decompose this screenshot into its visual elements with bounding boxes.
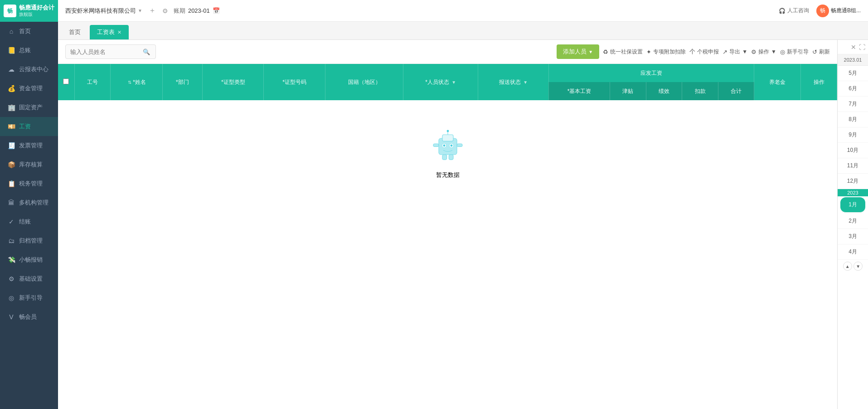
sidebar-label-vip: 畅会员 [19, 313, 37, 321]
social-security-action[interactable]: ♻ 统一社保设置 [603, 48, 643, 56]
sidebar: 畅 畅應通好会计 旗舰版 ⌂首页📒总账☁云报表中心💰资金管理🏢固定资产💴工资🧾发… [0, 0, 58, 409]
export-action[interactable]: ↗ 导出 ▼ [723, 48, 747, 56]
tab-close-icon[interactable]: ✕ [117, 29, 121, 35]
date-month-item[interactable]: 8月 [838, 112, 868, 127]
sidebar-label-tax: 税务管理 [19, 180, 43, 188]
date-panel-controls: ✕ ⛶ [838, 40, 868, 54]
period-value: 2023-01 [188, 7, 210, 14]
special-deduct-label: 专项附加扣除 [653, 48, 686, 56]
refresh-label: 刷新 [819, 48, 830, 56]
status-filter-icon[interactable]: ▼ [451, 80, 456, 85]
sidebar-item-vip[interactable]: V畅会员 [0, 307, 58, 326]
sidebar-icon-home: ⌂ [7, 28, 15, 35]
content-area: 🔍 添加人员 ▼ ♻ 统一社保设置 ✦ 专项附加扣除 [58, 40, 868, 409]
tab-home[interactable]: 首页 [62, 25, 88, 39]
date-month-item[interactable]: 3月 [838, 229, 868, 244]
sidebar-item-report[interactable]: ☁云报表中心 [0, 60, 58, 79]
username: 畅應通B组... [831, 7, 861, 15]
logo-icon: 畅 [4, 5, 16, 17]
sidebar-item-multi[interactable]: 🏛多机构管理 [0, 193, 58, 212]
th-idno: *证型号码 [264, 64, 325, 100]
operations-action[interactable]: ⚙ 操作 ▼ [751, 48, 776, 56]
th-checkbox[interactable] [58, 64, 74, 100]
panel-expand-icon[interactable]: ⛶ [859, 44, 865, 51]
svg-point-5 [450, 145, 452, 147]
sidebar-item-assets[interactable]: 🏢固定资产 [0, 98, 58, 117]
sidebar-item-ledger[interactable]: 📒总账 [0, 41, 58, 60]
support-label: 人工咨询 [787, 7, 809, 15]
sidebar-item-guide[interactable]: ◎新手引导 [0, 288, 58, 307]
company-name: 西安虾米网络科技有限公司 [65, 7, 136, 15]
th-base-salary: *基本工资 [548, 82, 610, 100]
sidebar-label-guide: 新手引导 [19, 294, 43, 302]
export-caret-icon: ▼ [742, 49, 747, 55]
date-nav-up-icon[interactable]: ▲ [843, 262, 852, 271]
toolbar-actions: 添加人员 ▼ ♻ 统一社保设置 ✦ 专项附加扣除 个 个税申报 [557, 44, 830, 59]
guide-action[interactable]: ◎ 新手引导 [780, 48, 809, 56]
chevron-down-icon: ▼ [138, 8, 142, 13]
tab-home-label: 首页 [69, 28, 81, 36]
sidebar-label-ledger: 总账 [19, 46, 31, 54]
date-month-item[interactable]: 10月 [838, 143, 868, 158]
date-nav-down-icon[interactable]: ▼ [853, 262, 863, 271]
date-month-item[interactable]: 7月 [838, 97, 868, 112]
date-month-item[interactable]: 1月 [840, 197, 865, 213]
export-label: 导出 [729, 48, 740, 56]
sidebar-item-invoice[interactable]: 🧾发票管理 [0, 136, 58, 155]
sidebar-item-inventory[interactable]: 📦库存核算 [0, 155, 58, 174]
operations-caret-icon: ▼ [771, 49, 776, 55]
company-selector[interactable]: 西安虾米网络科技有限公司 ▼ [65, 7, 142, 15]
settings-icon[interactable]: ⚙ [162, 7, 168, 15]
select-all-checkbox[interactable] [63, 78, 69, 84]
th-pension: 养老金 [754, 64, 801, 100]
sidebar-icon-funds: 💰 [7, 85, 15, 92]
refresh-action[interactable]: ↺ 刷新 [812, 48, 830, 56]
sidebar-item-archive[interactable]: 🗂归档管理 [0, 231, 58, 250]
sidebar-label-inventory: 库存核算 [19, 161, 43, 169]
report-filter-icon[interactable]: ▼ [523, 80, 528, 85]
date-month-item[interactable]: 5月 [838, 66, 868, 81]
sidebar-icon-archive: 🗂 [7, 237, 15, 244]
add-company-button[interactable]: ＋ [148, 6, 157, 15]
tab-salary-label: 工资表 [97, 28, 115, 36]
sidebar-label-assets: 固定资产 [19, 103, 43, 112]
sidebar-item-tax[interactable]: 📋税务管理 [0, 174, 58, 193]
date-month-item[interactable]: 12月 [838, 174, 868, 189]
add-person-button[interactable]: 添加人员 ▼ [557, 44, 599, 59]
th-report-status: 报送状态 ▼ [478, 64, 549, 100]
sidebar-item-salary[interactable]: 💴工资 [0, 117, 58, 136]
sidebar-label-closing: 结账 [19, 218, 31, 226]
period-label: 账期 [174, 7, 185, 15]
special-deduct-action[interactable]: ✦ 专项附加扣除 [646, 48, 686, 56]
sidebar-item-home[interactable]: ⌂首页 [0, 22, 58, 41]
date-scroll[interactable]: 5月6月7月8月9月10月11月12月20231月2月3月4月 ▲ ▼ [838, 66, 868, 409]
sidebar-item-expense[interactable]: 💸小畅报销 [0, 250, 58, 269]
sidebar-label-invoice: 发票管理 [19, 141, 43, 150]
date-panel: ✕ ⛶ 2023.01 5月6月7月8月9月10月11月12月20231月2月3… [837, 40, 868, 409]
support-button[interactable]: 🎧 人工咨询 [779, 7, 809, 15]
date-month-item[interactable]: 4月 [838, 244, 868, 260]
tab-salary-table[interactable]: 工资表 ✕ [90, 25, 129, 39]
calendar-icon[interactable]: 📅 [213, 7, 220, 14]
date-month-item[interactable]: 9月 [838, 127, 868, 143]
th-deduction: 扣款 [682, 82, 718, 100]
search-wrapper: 🔍 [65, 44, 156, 59]
svg-rect-1 [442, 135, 453, 141]
sidebar-item-settings[interactable]: ⚙基础设置 [0, 269, 58, 288]
date-nav-controls: ▲ ▼ [838, 260, 868, 273]
search-input[interactable] [70, 49, 143, 55]
sidebar-item-closing[interactable]: ✓结账 [0, 212, 58, 231]
user-menu[interactable]: 畅 畅應通B组... [816, 5, 861, 17]
date-year-badge[interactable]: 2023 [838, 189, 868, 196]
date-month-item[interactable]: 6月 [838, 81, 868, 97]
personal-tax-action[interactable]: 个 个税申报 [689, 48, 719, 56]
date-month-item[interactable]: 11月 [838, 158, 868, 174]
period-selector: 账期 2023-01 📅 [174, 7, 220, 15]
empty-illustration [430, 127, 466, 164]
sidebar-item-funds[interactable]: 💰资金管理 [0, 79, 58, 98]
sidebar-label-home: 首页 [19, 27, 31, 35]
panel-close-icon[interactable]: ✕ [851, 44, 856, 51]
svg-rect-9 [457, 144, 462, 146]
date-month-item[interactable]: 2月 [838, 214, 868, 229]
sidebar-label-salary: 工资 [19, 122, 31, 131]
